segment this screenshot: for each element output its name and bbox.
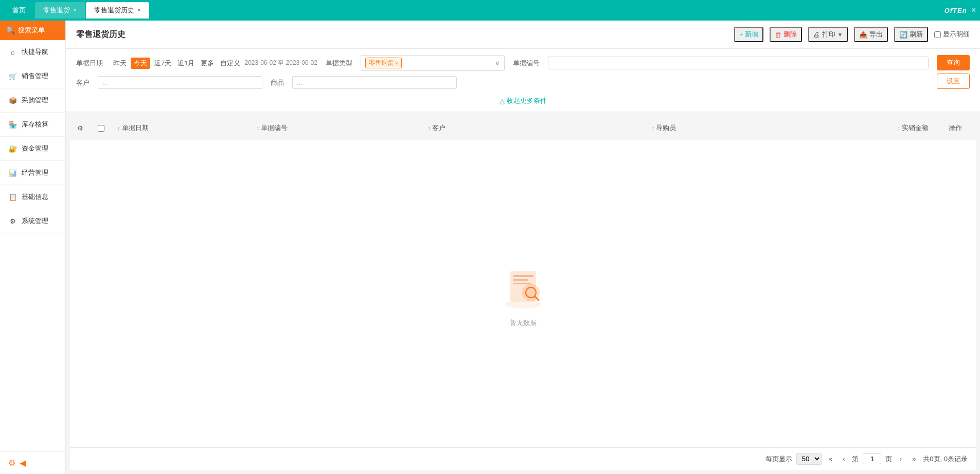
table-header: ⚙ ↕ 单据日期 ↕ 单据编号 ↕ 客户 ↕ <box>70 116 976 140</box>
delete-button[interactable]: 🗑 删除 <box>770 27 802 42</box>
th-action: 操作 <box>935 120 976 136</box>
print-dropdown-icon: ▼ <box>838 32 843 38</box>
per-page-label: 每页显示 <box>765 454 792 464</box>
tab-retail-return-close[interactable]: × <box>73 7 77 14</box>
collapse-sidebar-icon[interactable]: ◀ <box>20 458 26 468</box>
sidebar-item-purchase[interactable]: 📦 采购管理 <box>0 88 65 113</box>
th-bill-date[interactable]: ↕ 单据日期 <box>111 120 251 136</box>
sort-up-icon: ↕ <box>117 125 120 131</box>
date-custom[interactable]: 自定义 <box>218 58 242 69</box>
print-button[interactable]: 🖨 打印 ▼ <box>808 27 848 42</box>
th-customer[interactable]: ↕ 客户 <box>421 120 645 136</box>
collapse-filter-button[interactable]: △ 收起更多条件 <box>76 94 970 107</box>
date-yesterday[interactable]: 昨天 <box>111 58 129 69</box>
home-icon: ⌂ <box>8 47 17 57</box>
goods-select[interactable]: ... <box>292 76 457 89</box>
print-icon: 🖨 <box>813 31 820 39</box>
tab-retail-return-history[interactable]: 零售退货历史 × <box>86 2 149 19</box>
new-button[interactable]: + 新增 <box>734 27 763 42</box>
bill-no-input[interactable] <box>548 57 929 69</box>
sidebar-item-operations-label: 经营管理 <box>22 168 48 177</box>
refresh-button[interactable]: 🔄 刷新 <box>894 27 928 42</box>
empty-state: 暂无数据 <box>70 140 976 447</box>
customer-placeholder: ... <box>102 79 108 86</box>
filter-action-buttons: 查询 设置 <box>937 55 970 94</box>
customer-select[interactable]: ... <box>98 76 262 89</box>
th-customer-label: 客户 <box>432 123 446 133</box>
bill-type-select[interactable]: 零售退货 × ∨ <box>361 55 505 71</box>
sidebar-item-finance-label: 资金管理 <box>22 144 48 153</box>
tab-home-label: 首页 <box>12 6 26 15</box>
page-label: 第 <box>852 454 859 464</box>
first-page-button[interactable]: « <box>826 454 835 464</box>
next-page-button[interactable]: › <box>896 454 904 464</box>
prev-page-button[interactable]: ‹ <box>840 454 848 464</box>
search-menu[interactable]: 🔍 搜索菜单 <box>0 21 65 40</box>
svg-rect-2 <box>513 275 533 277</box>
sidebar-item-purchase-label: 采购管理 <box>22 96 48 105</box>
filter-settings-button[interactable]: 设置 <box>937 74 970 89</box>
filter-row-2: 客户 ... 商品 ... <box>76 76 929 89</box>
bill-type-tag-close[interactable]: × <box>395 60 398 66</box>
show-detail-text: 显示明细 <box>943 30 970 39</box>
filter-area: 单据日期 昨天 今天 近7天 近1月 更多 自定义 2023-06-02 至 2… <box>66 49 980 112</box>
sidebar-item-quick-nav[interactable]: ⌂ 快捷导航 <box>0 40 65 64</box>
bill-type-label: 单据类型 <box>326 59 352 68</box>
tab-retail-return-history-close[interactable]: × <box>137 7 141 14</box>
info-icon: 📋 <box>8 192 17 202</box>
th-customer-sort-icon: ↕ <box>427 125 431 131</box>
sidebar-item-basic-info-label: 基础信息 <box>22 192 48 202</box>
date-more[interactable]: 更多 <box>199 58 216 69</box>
per-page-select[interactable]: 50 <box>796 453 822 465</box>
box-icon: 📦 <box>8 96 17 105</box>
date-1month[interactable]: 近1月 <box>175 58 197 69</box>
tab-retail-return[interactable]: 零售退货 × <box>35 2 85 19</box>
show-detail-checkbox[interactable] <box>934 31 941 38</box>
th-amount-sort-icon: ↕ <box>898 125 901 131</box>
settings-bottom-icon[interactable]: ⚙ <box>8 458 15 468</box>
top-bar-right: OfTEn × <box>945 6 976 15</box>
delete-icon: 🗑 <box>775 31 781 39</box>
export-button[interactable]: 📤 导出 <box>854 27 888 42</box>
select-all-checkbox[interactable] <box>98 125 104 132</box>
tab-retail-return-label: 零售退货 <box>43 6 70 15</box>
last-page-button[interactable]: » <box>909 454 919 464</box>
new-button-label: + 新增 <box>739 30 758 39</box>
total-info: 共0页, 0条记录 <box>923 454 968 464</box>
th-checkbox[interactable] <box>91 122 111 135</box>
page-title: 零售退货历史 <box>76 29 126 40</box>
th-bill-no[interactable]: ↕ 单据编号 <box>251 120 422 136</box>
bill-type-tag-text: 零售退货 <box>369 59 394 67</box>
page-number-input[interactable] <box>863 453 881 464</box>
chart-icon: 📊 <box>8 168 17 177</box>
sidebar-item-inventory-label: 库存核算 <box>22 120 48 129</box>
content-area: 零售退货历史 + 新增 🗑 删除 🖨 打印 ▼ 📤 导出 <box>66 21 980 474</box>
th-amount[interactable]: ↕ 实销金额 <box>816 120 935 136</box>
show-detail-label: 显示明细 <box>934 30 970 39</box>
th-guide[interactable]: ↕ 导购员 <box>646 120 817 136</box>
sidebar-item-system[interactable]: ⚙ 系统管理 <box>0 209 65 233</box>
sidebar-item-inventory[interactable]: 🏪 库存核算 <box>0 113 65 137</box>
th-settings[interactable]: ⚙ <box>70 121 91 135</box>
tab-home[interactable]: 首页 <box>4 2 34 19</box>
goods-label: 商品 <box>271 78 284 87</box>
date-7days[interactable]: 近7天 <box>152 58 173 69</box>
date-range-display: 2023-06-02 至 2023-06-02 <box>244 59 317 67</box>
page-unit: 页 <box>885 454 892 464</box>
refresh-icon: 🔄 <box>899 31 907 39</box>
search-menu-label: 搜索菜单 <box>18 26 45 35</box>
main-layout: 🔍 搜索菜单 ⌂ 快捷导航 🛒 销售管理 📦 采购管理 🏪 库存核算 🔐 资金管… <box>0 21 980 474</box>
gear-icon: ⚙ <box>8 216 17 226</box>
sidebar-item-sales[interactable]: 🛒 销售管理 <box>0 64 65 88</box>
export-button-label: 导出 <box>869 30 883 39</box>
window-close-button[interactable]: × <box>971 6 976 15</box>
sidebar-item-finance[interactable]: 🔐 资金管理 <box>0 137 65 161</box>
toolbar: + 新增 🗑 删除 🖨 打印 ▼ 📤 导出 🔄 刷新 <box>734 27 970 42</box>
sidebar: 🔍 搜索菜单 ⌂ 快捷导航 🛒 销售管理 📦 采购管理 🏪 库存核算 🔐 资金管… <box>0 21 66 474</box>
pagination: 每页显示 50 « ‹ 第 页 › » 共0页, 0条记录 <box>70 447 976 470</box>
sidebar-item-operations[interactable]: 📊 经营管理 <box>0 161 65 185</box>
page-header: 零售退货历史 + 新增 🗑 删除 🖨 打印 ▼ 📤 导出 <box>66 21 980 49</box>
sidebar-item-basic-info[interactable]: 📋 基础信息 <box>0 185 65 209</box>
query-button[interactable]: 查询 <box>937 55 970 70</box>
date-today[interactable]: 今天 <box>131 58 150 69</box>
